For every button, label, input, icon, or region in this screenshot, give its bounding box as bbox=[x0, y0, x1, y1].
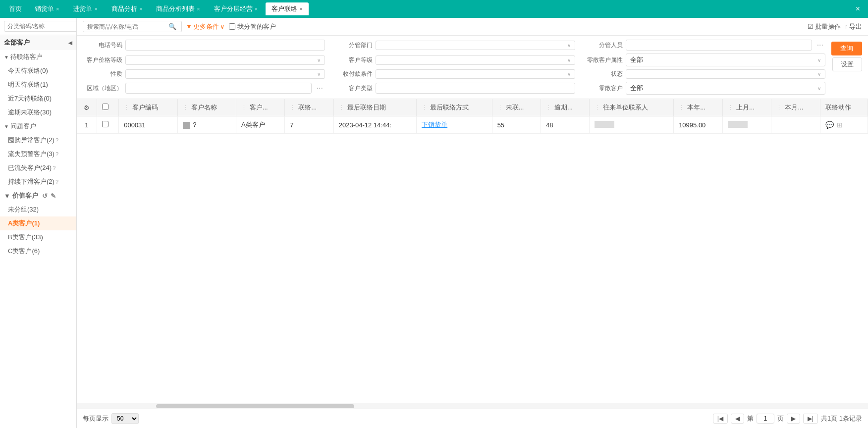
filter-label-nature: 性质 bbox=[83, 70, 122, 78]
select-all-checkbox[interactable] bbox=[102, 104, 108, 110]
chevron-down-icon: ∨ bbox=[817, 57, 821, 63]
pagination-left: 每页显示 50 100 200 bbox=[83, 413, 139, 424]
close-icon[interactable]: × bbox=[56, 6, 59, 12]
sidebar-item-a-class[interactable]: A类客户(1) bbox=[0, 216, 76, 230]
horizontal-scrollbar[interactable] bbox=[77, 403, 868, 409]
grid-icon[interactable]: ⊞ bbox=[837, 121, 843, 129]
drag-handle-icon: ⋮ bbox=[776, 105, 782, 111]
filter-label-customer-level: 客户等级 bbox=[333, 56, 373, 64]
filter-row-status: 状态 ∨ bbox=[583, 69, 825, 79]
filter-label-person: 分管人员 bbox=[583, 41, 623, 50]
close-icon[interactable]: × bbox=[299, 6, 302, 12]
more-icon-region[interactable]: ··· bbox=[315, 84, 325, 93]
close-icon[interactable]: × bbox=[139, 6, 142, 12]
question-icon: ? bbox=[53, 165, 55, 171]
sidebar: 🔍 全部客户 ◀ ▼ 待联络客户 今天待联络(0) 明天待联络(1) 近7天待联… bbox=[0, 18, 77, 428]
close-icon[interactable]: × bbox=[255, 6, 258, 12]
search-input[interactable] bbox=[87, 23, 166, 30]
more-icon-person[interactable]: ··· bbox=[815, 41, 825, 50]
nav-tab-product-analysis[interactable]: 商品分析 × bbox=[106, 2, 148, 15]
arrow-down-icon: ▼ bbox=[4, 124, 9, 129]
nav-tab-customer-tier[interactable]: 客户分层经营 × bbox=[208, 2, 264, 15]
next-page-button[interactable]: ▶ bbox=[787, 414, 800, 424]
filter-select-retail-customer[interactable]: 全部 ∨ bbox=[626, 82, 825, 95]
first-page-button[interactable]: |◀ bbox=[713, 414, 728, 424]
sidebar-item-tomorrow-pending[interactable]: 明天待联络(1) bbox=[0, 78, 76, 92]
customer-type-input[interactable] bbox=[380, 85, 571, 92]
settings-button[interactable]: 设置 bbox=[832, 57, 862, 71]
person-input[interactable] bbox=[630, 42, 808, 49]
row-checkbox[interactable] bbox=[102, 121, 108, 127]
chat-icon[interactable]: 💬 bbox=[825, 121, 834, 129]
filter-row-payment: 收付款条件 ∨ bbox=[333, 69, 575, 79]
more-conditions-button[interactable]: ▼ 更多条件 ∨ bbox=[186, 22, 225, 31]
search-icon[interactable]: 🔍 bbox=[168, 23, 176, 30]
batch-ops-button[interactable]: ☑ 批量操作 bbox=[808, 22, 841, 31]
sidebar-item-overdue-pending[interactable]: 逾期未联络(30) bbox=[0, 106, 76, 119]
all-customers-header[interactable]: 全部客户 ◀ bbox=[0, 35, 76, 50]
filter-input-phone[interactable] bbox=[125, 40, 325, 51]
sidebar-search-input[interactable] bbox=[4, 21, 77, 32]
nav-tab-home[interactable]: 首页 bbox=[4, 2, 27, 15]
refresh-icon[interactable]: ↺ bbox=[42, 192, 48, 200]
collapse-sidebar-icon[interactable]: ◀ bbox=[68, 40, 72, 46]
filter-select-status[interactable]: ∨ bbox=[626, 69, 825, 79]
last-month-placeholder bbox=[728, 121, 748, 128]
nav-tab-customer-contact[interactable]: 客户联络 × bbox=[266, 2, 308, 15]
close-window-button[interactable]: × bbox=[852, 4, 864, 13]
my-customers-checkbox[interactable] bbox=[229, 23, 235, 30]
nav-tab-purchase[interactable]: 进货单 × bbox=[67, 2, 103, 15]
prev-page-button[interactable]: ◀ bbox=[731, 414, 744, 424]
close-icon[interactable]: × bbox=[197, 6, 200, 12]
last-page-button[interactable]: ▶| bbox=[803, 414, 818, 424]
region-input[interactable] bbox=[130, 85, 307, 92]
col-last-month: ⋮上月... bbox=[723, 99, 771, 116]
cell-seq: 1 bbox=[77, 116, 97, 134]
filter-input-customer-type[interactable] bbox=[376, 83, 575, 94]
close-icon[interactable]: × bbox=[94, 6, 97, 12]
sidebar-item-b-class[interactable]: B类客户(33) bbox=[0, 230, 76, 244]
action-buttons: 查询 设置 bbox=[831, 40, 862, 71]
per-page-select[interactable]: 50 100 200 bbox=[111, 413, 139, 424]
export-button[interactable]: ↑ 导出 bbox=[845, 22, 863, 31]
filter-select-price-level[interactable]: ∨ bbox=[125, 55, 325, 65]
pending-contact-group: ▼ 待联络客户 bbox=[0, 50, 76, 64]
chevron-down-icon: ∨ bbox=[567, 43, 571, 48]
last-method-link[interactable]: 下销货单 bbox=[422, 121, 447, 128]
filter-select-payment[interactable]: ∨ bbox=[376, 69, 575, 79]
filter-label-retail-customer: 零散客户 bbox=[583, 84, 623, 93]
cell-last-method[interactable]: 下销货单 bbox=[417, 116, 492, 134]
query-button[interactable]: 查询 bbox=[831, 42, 862, 55]
filter-label-region: 区域（地区） bbox=[83, 84, 122, 93]
sidebar-item-ungrouped[interactable]: 未分组(32) bbox=[0, 203, 76, 216]
edit-icon[interactable]: ✎ bbox=[51, 192, 56, 200]
col-checkbox[interactable] bbox=[97, 99, 119, 116]
sidebar-item-hoarding[interactable]: 囤购异常客户(2) ? bbox=[0, 133, 76, 147]
cell-overdue: 48 bbox=[541, 116, 590, 134]
cell-checkbox[interactable] bbox=[97, 116, 119, 134]
filter-input-region[interactable] bbox=[125, 83, 312, 94]
filter-select-customer-level[interactable]: ∨ bbox=[376, 55, 575, 65]
sidebar-item-today-pending[interactable]: 今天待联络(0) bbox=[0, 64, 76, 78]
my-customers-checkbox-label[interactable]: 我分管的客户 bbox=[229, 22, 276, 31]
sidebar-item-churned[interactable]: 已流失客户(24) ? bbox=[0, 161, 76, 175]
chevron-down-icon: ∨ bbox=[220, 23, 225, 30]
chevron-down-icon: ∨ bbox=[317, 71, 321, 77]
filter-select-nature[interactable]: ∨ bbox=[125, 69, 325, 79]
scrollbar-thumb[interactable] bbox=[156, 404, 354, 408]
filter-input-person[interactable] bbox=[626, 40, 812, 51]
col-gear[interactable]: ⚙ bbox=[77, 99, 97, 116]
sidebar-item-churn-warning[interactable]: 流失预警客户(3) ? bbox=[0, 147, 76, 161]
color-block-icon bbox=[183, 122, 190, 129]
gear-icon[interactable]: ⚙ bbox=[84, 104, 90, 111]
nav-tab-product-list[interactable]: 商品分析列表 × bbox=[150, 2, 206, 15]
filter-select-retail-attr[interactable]: 全部 ∨ bbox=[626, 54, 825, 66]
sidebar-item-declining[interactable]: 持续下滑客户(2) ? bbox=[0, 175, 76, 189]
filter-select-dept[interactable]: ∨ bbox=[376, 41, 575, 50]
sidebar-item-7day-pending[interactable]: 近7天待联络(0) bbox=[0, 92, 76, 106]
sidebar-item-c-class[interactable]: C类客户(6) bbox=[0, 244, 76, 258]
drag-handle-icon: ⋮ bbox=[241, 105, 247, 111]
page-number-input[interactable] bbox=[757, 414, 774, 424]
phone-input[interactable] bbox=[130, 42, 321, 49]
nav-tab-sales[interactable]: 销货单 × bbox=[29, 2, 65, 15]
